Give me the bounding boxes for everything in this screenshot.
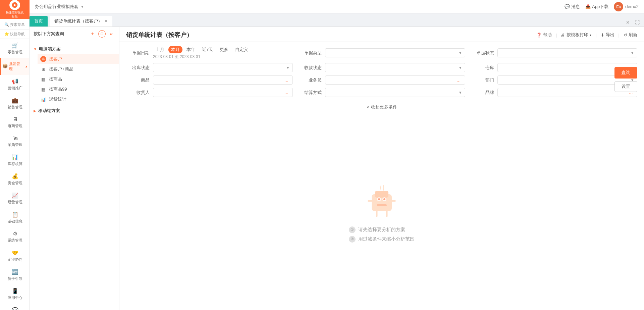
sidebar-item-appcenter[interactable]: 📱 应用中心 (0, 285, 29, 304)
preset-more[interactable]: 更多 (217, 46, 231, 53)
scheme-item-by-goods[interactable]: ▦ 按商品 (38, 74, 119, 84)
preset-last-month[interactable]: 上月 (153, 46, 167, 53)
out-status-select[interactable]: ▾ (153, 63, 293, 72)
step-num-1: ① (349, 226, 356, 233)
edit-scheme-button[interactable]: ⊙ (98, 30, 106, 38)
quick-nav-item[interactable]: ⭐ 快捷导航 (0, 30, 29, 39)
breadcrumb-arrow[interactable]: ▾ (81, 4, 84, 9)
scheme-panel-header: 按以下方案查询 + ⊙ « (30, 27, 119, 41)
receipt-status-select[interactable]: ▾ (325, 63, 465, 72)
print-label: 按模板打印 (567, 32, 588, 38)
expand-icon-desktop: ▼ (34, 47, 37, 51)
username: demo2 (625, 4, 639, 9)
scheme-item-return-stat[interactable]: 📊 退货统计 (38, 94, 119, 104)
receiver-dots: … (284, 90, 289, 95)
goods-input[interactable]: … (153, 75, 293, 85)
sidebar-item-purchase[interactable]: 🛍 采购管理 (0, 132, 29, 151)
doc-status-select[interactable]: ▾ (497, 48, 637, 57)
action-separator-1: | (556, 33, 557, 38)
receipt-status-label: 收款状态 (298, 65, 325, 71)
by-goods-icon: ▦ (40, 76, 46, 82)
app-logo[interactable]: 畅捷信好生意 标版 (0, 0, 30, 19)
collapse-scheme-panel-button[interactable]: « (108, 30, 115, 38)
doc-type-select[interactable]: ▾ (325, 48, 465, 57)
tree-group-mobile-label: 移动端方案 (38, 108, 60, 114)
tree-group-desktop-header[interactable]: ▼ 电脑端方案 (30, 44, 119, 54)
sidebar-item-stock[interactable]: 📊 库存核算 (0, 151, 29, 170)
tab-sales-stat-label: 销货单统计表（按客户） (54, 18, 102, 24)
empty-step-1: ① 请先选择要分析的方案 (349, 226, 415, 233)
search-menu-item[interactable]: 🔍 搜索菜单 (0, 19, 29, 30)
sidebar-item-basic-label: 基础信息 (8, 219, 22, 224)
filter-warehouse-col: 仓库 … (471, 63, 637, 72)
filter-receipt-status-col: 收款状态 ▾ (298, 63, 465, 72)
svg-rect-2 (375, 191, 388, 198)
sidebar-item-sales[interactable]: 💼 销售管理 (0, 94, 29, 113)
sidebar-item-finance[interactable]: 💰 资金管理 (0, 170, 29, 189)
user-menu[interactable]: Ea demo2 (614, 2, 639, 11)
sidebar-item-wechat[interactable]: 💬 企业微信 (0, 304, 29, 310)
settlement-select[interactable]: ▾ (325, 88, 465, 97)
salesperson-label: 业务员 (298, 77, 325, 83)
topbar: 办公用品行业模拟账套 ▾ 💬 消息 📥 App下载 Ea demo2 (30, 0, 644, 13)
message-button[interactable]: 💬 消息 (565, 4, 580, 10)
print-icon: 🖨 (561, 33, 565, 38)
sidebar-item-marketing[interactable]: 📢 营销推广 (0, 75, 29, 94)
scheme-item-by-customer-goods[interactable]: ⊞ 按客户+商品 (38, 64, 119, 74)
sidebar-item-retail[interactable]: 🛒 零售管理 (0, 39, 29, 58)
preset-this-month[interactable]: 本月 (168, 46, 182, 53)
preset-last-7days[interactable]: 近7天 (199, 46, 216, 53)
receiver-input[interactable]: … (153, 88, 293, 97)
sidebar-item-ecommerce[interactable]: 🖥 电商管理 (0, 113, 29, 132)
sidebar-item-wholesale[interactable]: 📦 批发管理 ▲ (0, 58, 29, 75)
sidebar-item-purchase-label: 采购管理 (8, 142, 22, 147)
tree-children-desktop: 客 按客户 ⊞ 按客户+商品 ▦ 按商品 ▦ 按 (30, 54, 119, 104)
tree-group-mobile-header[interactable]: ▶ 移动端方案 (30, 106, 119, 116)
preset-this-year[interactable]: 本年 (184, 46, 198, 53)
collapse-bar[interactable]: ∧ 收起更多条件 (119, 101, 644, 113)
settings-button[interactable]: 设置 (614, 81, 637, 92)
date-control: 上月 本月 本年 近7天 更多 自定义 2023-03-01 至 2023-03… (153, 46, 293, 60)
refresh-button[interactable]: ↺ 刷新 (624, 32, 637, 38)
export-button[interactable]: ⬇ 导出 (601, 32, 614, 38)
tab-home[interactable]: 首页 (30, 16, 48, 27)
sidebar-item-system[interactable]: ⚙ 系统管理 (0, 227, 29, 246)
empty-state: ① 请先选择要分析的方案 ② 用过滤条件来缩小分析范围 (119, 113, 644, 310)
message-label: 消息 (571, 4, 580, 10)
sidebar-item-enterprise[interactable]: 🤝 企业协同 (0, 246, 29, 265)
scheme-item-by-customer-goods-label: 按客户+商品 (49, 66, 73, 72)
step-num-2: ② (349, 236, 356, 243)
warehouse-label: 仓库 (471, 65, 497, 71)
page-actions: ❓ 帮助 | 🖨 按模板打印 ▾ | ⬇ 导出 | (536, 32, 637, 38)
receipt-status-control: ▾ (325, 63, 465, 72)
sidebar-item-operation[interactable]: 📈 经营管理 (0, 189, 29, 208)
maximize-window-button[interactable]: ⛶ (633, 18, 641, 27)
tab-sales-stat[interactable]: 销货单统计表（按客户） ✕ (50, 16, 112, 27)
empty-step-2: ② 用过滤条件来缩小分析范围 (349, 236, 415, 243)
scheme-item-by-goods-99[interactable]: ▦ 按商品99 (38, 84, 119, 94)
sidebar-item-basic[interactable]: 📋 基础信息 (0, 208, 29, 227)
scheme-item-by-customer[interactable]: 客 按客户 (38, 54, 119, 64)
sidebar-item-enterprise-label: 企业协同 (8, 257, 22, 262)
tab-close-icon[interactable]: ✕ (104, 19, 108, 23)
salesperson-input[interactable]: … (325, 75, 465, 85)
preset-custom[interactable]: 自定义 (232, 46, 251, 53)
scheme-panel-title: 按以下方案查询 (34, 31, 64, 37)
sidebar-item-newguide[interactable]: 🆕 新手引导 (0, 265, 29, 285)
topbar-right: 💬 消息 📥 App下载 Ea demo2 (565, 2, 639, 11)
add-scheme-button[interactable]: + (89, 30, 96, 38)
filter-goods-col: 商品 … (126, 75, 293, 85)
help-icon: ❓ (536, 33, 542, 38)
close-window-button[interactable]: ✕ (624, 18, 632, 27)
message-icon: 💬 (565, 4, 570, 9)
help-button[interactable]: ❓ 帮助 (536, 32, 552, 38)
app-download-button[interactable]: 📥 App下载 (585, 4, 608, 10)
retail-icon: 🛒 (12, 42, 18, 49)
finance-icon: 💰 (12, 173, 18, 179)
query-button[interactable]: 查询 (614, 67, 637, 79)
by-customer-icon: 客 (40, 56, 46, 62)
doc-status-control: ▾ (497, 48, 637, 57)
export-label: 导出 (606, 32, 614, 38)
filter-receiver-col: 收货人 … (126, 88, 293, 97)
print-button[interactable]: 🖨 按模板打印 ▾ (561, 32, 591, 38)
